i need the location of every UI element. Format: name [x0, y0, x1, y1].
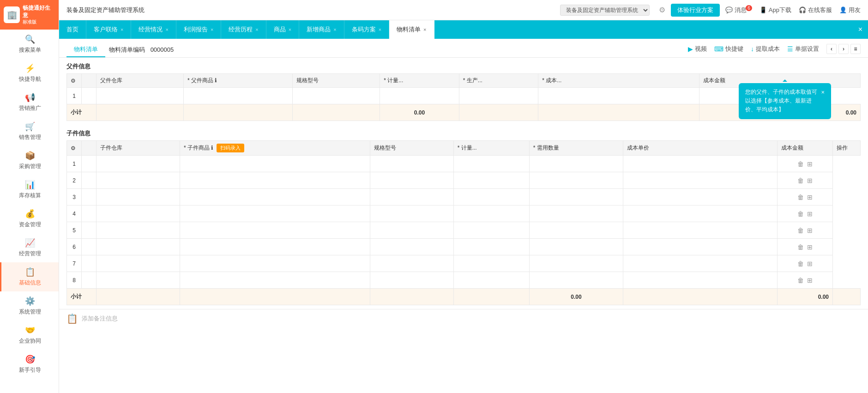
child-row-1-goods[interactable]	[96, 156, 180, 172]
sidebar-item-quicknav[interactable]: ⚡ 快捷导航	[0, 59, 59, 88]
parent-row-1-unit[interactable]	[293, 88, 380, 104]
child-row-7-unit[interactable]	[370, 255, 453, 272]
child-row-8-spec[interactable]	[180, 272, 370, 289]
child-row-8-unit[interactable]	[370, 272, 453, 289]
close-tab-btn[interactable]: ×	[853, 25, 868, 34]
child-row-5-unit[interactable]	[370, 222, 453, 239]
sidebar-item-system[interactable]: ⚙️ 系统管理	[0, 291, 59, 320]
tab-close-operations[interactable]: ×	[165, 27, 168, 32]
copy-icon-1[interactable]: ⊞	[807, 160, 813, 168]
parent-row-1-cost[interactable]	[459, 88, 538, 104]
page-list-btn[interactable]: ≡	[850, 44, 861, 54]
tab-close-profit[interactable]: ×	[211, 27, 213, 32]
delete-icon-8[interactable]: 🗑	[797, 277, 804, 284]
single-settings-btn[interactable]: ☰ 单据设置	[787, 45, 819, 53]
child-row-4-qty[interactable]	[453, 206, 529, 222]
child-row-6-spec[interactable]	[180, 239, 370, 255]
tab-close-customers[interactable]: ×	[121, 27, 123, 32]
tab-close-goods[interactable]: ×	[289, 27, 291, 32]
child-row-7-warehouse[interactable]	[82, 255, 96, 272]
child-row-3-goods[interactable]	[96, 189, 180, 206]
scan-btn[interactable]: 扫码录入	[217, 144, 244, 152]
page-prev-btn[interactable]: ‹	[826, 44, 837, 54]
tab-close-new-goods[interactable]: ×	[333, 27, 336, 32]
child-row-2-warehouse[interactable]	[82, 172, 96, 189]
child-row-5-unit-cost[interactable]	[529, 222, 623, 239]
child-row-6-unit[interactable]	[370, 239, 453, 255]
child-row-2-spec[interactable]	[180, 172, 370, 189]
sidebar-item-marketing[interactable]: 📢 营销推广	[0, 88, 59, 117]
tab-profit[interactable]: 利润报告 ×	[176, 20, 221, 39]
child-row-3-qty[interactable]	[453, 189, 529, 206]
delete-icon-2[interactable]: 🗑	[797, 177, 804, 184]
child-row-4-goods[interactable]	[96, 206, 180, 222]
child-row-8-warehouse[interactable]	[82, 272, 96, 289]
parent-col-settings[interactable]: ⚙	[67, 74, 82, 88]
child-row-6-warehouse[interactable]	[82, 239, 96, 255]
child-row-1-spec[interactable]	[180, 156, 370, 172]
parent-row-1-production[interactable]	[380, 88, 459, 104]
sidebar-item-finance[interactable]: 💰 资金管理	[0, 204, 59, 233]
child-row-8-qty[interactable]	[453, 272, 529, 289]
child-row-6-unit-cost[interactable]	[529, 239, 623, 255]
delete-icon-6[interactable]: 🗑	[797, 243, 804, 251]
child-row-2-unit-cost[interactable]	[529, 172, 623, 189]
parent-row-1-spec[interactable]	[183, 88, 292, 104]
tab-new-goods[interactable]: 新增商品 ×	[299, 20, 344, 39]
child-row-1-unit-cost[interactable]	[529, 156, 623, 172]
child-row-3-spec[interactable]	[180, 189, 370, 206]
copy-icon-5[interactable]: ⊞	[807, 227, 813, 234]
shortcut-btn[interactable]: ⌨ 快捷键	[714, 45, 743, 53]
child-row-2-qty[interactable]	[453, 172, 529, 189]
child-row-5-warehouse[interactable]	[82, 222, 96, 239]
delete-icon-4[interactable]: 🗑	[797, 210, 804, 218]
child-row-2-unit[interactable]	[370, 172, 453, 189]
extract-cost-btn[interactable]: ↓ 提取成本	[751, 45, 780, 53]
system-selector[interactable]: 装备及固定资产辅助管理系统	[560, 5, 650, 16]
tab-barcode[interactable]: 条码方案 ×	[344, 20, 389, 39]
child-row-3-unit-cost[interactable]	[529, 189, 623, 206]
child-row-1-unit[interactable]	[370, 156, 453, 172]
sidebar-item-guide[interactable]: 🎯 新手引导	[0, 350, 59, 379]
child-row-7-qty[interactable]	[453, 255, 529, 272]
child-row-3-warehouse[interactable]	[82, 189, 96, 206]
delete-icon-5[interactable]: 🗑	[797, 227, 804, 234]
sidebar-item-basic[interactable]: 📋 基础信息	[0, 262, 59, 291]
tab-close-history[interactable]: ×	[255, 27, 258, 32]
tab-operations[interactable]: 经营情况 ×	[131, 20, 176, 39]
sidebar-item-purchase[interactable]: 📦 采购管理	[0, 146, 59, 175]
child-row-3-unit[interactable]	[370, 189, 453, 206]
user-btn[interactable]: 👤 用友	[839, 6, 861, 14]
tab-close-bom[interactable]: ×	[423, 27, 426, 32]
sidebar-item-sales[interactable]: 🛒 销售管理	[0, 117, 59, 146]
app-download-btn[interactable]: 📱 App下载	[760, 6, 791, 14]
messages-btn[interactable]: 💬 消息 6	[725, 6, 752, 14]
tab-history[interactable]: 经营历程 ×	[221, 20, 266, 39]
copy-icon-2[interactable]: ⊞	[807, 177, 813, 184]
tab-goods[interactable]: 商品 ×	[266, 20, 299, 39]
child-row-4-warehouse[interactable]	[82, 206, 96, 222]
settings-icon[interactable]: ⚙	[659, 6, 665, 14]
video-btn[interactable]: ▶ 视频	[688, 45, 707, 53]
sidebar-item-collab[interactable]: 🤝 企业协同	[0, 320, 59, 350]
child-row-5-goods[interactable]	[96, 222, 180, 239]
child-row-6-goods[interactable]	[96, 239, 180, 255]
tab-close-barcode[interactable]: ×	[379, 27, 381, 32]
child-col-settings[interactable]: ⚙	[67, 141, 82, 156]
child-row-8-goods[interactable]	[96, 272, 180, 289]
child-row-4-spec[interactable]	[180, 206, 370, 222]
page-next-btn[interactable]: ›	[838, 44, 849, 54]
child-row-5-qty[interactable]	[453, 222, 529, 239]
sidebar-item-search[interactable]: 🔍 搜索菜单	[0, 30, 59, 59]
child-row-6-qty[interactable]	[453, 239, 529, 255]
child-row-4-unit[interactable]	[370, 206, 453, 222]
child-row-7-goods[interactable]	[96, 255, 180, 272]
child-row-2-goods[interactable]	[96, 172, 180, 189]
copy-icon-7[interactable]: ⊞	[807, 260, 813, 267]
child-row-1-warehouse[interactable]	[82, 156, 96, 172]
parent-row-1-goods[interactable]	[96, 88, 184, 104]
tab-home[interactable]: 首页	[59, 20, 86, 39]
tab-customers[interactable]: 客户联络 ×	[86, 20, 131, 39]
sidebar-item-inventory[interactable]: 📊 库存核算	[0, 175, 59, 204]
sidebar-item-operations[interactable]: 📈 经营管理	[0, 233, 59, 262]
